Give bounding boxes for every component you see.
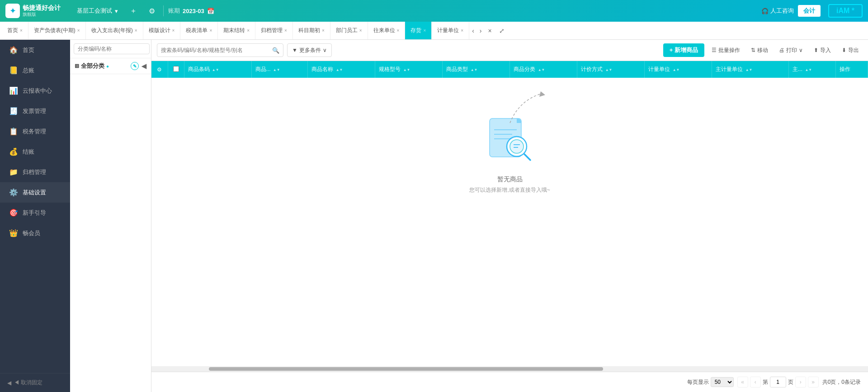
th-barcode[interactable]: 商品条码 ▲▼	[184, 61, 251, 78]
th-category[interactable]: 商品分类 ▲▼	[510, 61, 577, 78]
import-button[interactable]: ⬆ 导入	[810, 43, 835, 57]
th-spec[interactable]: 规格型号 ▲▼	[375, 61, 443, 78]
tab-template[interactable]: 模版设计 ×	[143, 22, 181, 40]
category-edit-icon[interactable]: ✎	[131, 62, 139, 70]
tab-home[interactable]: 首页 ×	[2, 22, 28, 40]
svg-point-7	[510, 140, 524, 153]
sidebar-unpin-button[interactable]: ◀ ◀ 取消固定	[0, 373, 70, 392]
print-icon: 🖨	[779, 47, 784, 53]
sidebar-item-settle[interactable]: 💰 结账	[0, 142, 70, 162]
prev-page-button[interactable]: ‹	[750, 377, 761, 387]
horizontal-scrollbar[interactable]	[151, 366, 868, 372]
tab-home-close-icon[interactable]: ×	[20, 28, 23, 33]
tab-period-close-label: 期末结转	[223, 27, 245, 34]
print-label: 打印	[786, 47, 797, 54]
export-icon: ⬇	[842, 47, 846, 53]
sidebar-item-home-label: 首页	[23, 46, 34, 54]
sidebar-item-home[interactable]: 🏠 首页	[0, 40, 70, 60]
per-page-select[interactable]: 10 20 50 100	[711, 377, 734, 387]
sidebar-item-member[interactable]: 👑 畅会员	[0, 223, 70, 243]
calendar-icon[interactable]: 📅	[207, 8, 214, 14]
tab-partners-close-icon[interactable]: ×	[397, 28, 400, 33]
tab-dept-staff[interactable]: 部门员工 ×	[330, 22, 368, 40]
tab-scroll-left-button[interactable]: ‹	[469, 27, 477, 34]
account-button[interactable]: 会计	[797, 5, 821, 17]
sidebar-item-tax[interactable]: 📋 税务管理	[0, 121, 70, 142]
page-number-input[interactable]	[770, 377, 786, 387]
app-edition: 旗舰版	[23, 11, 61, 18]
add-product-button[interactable]: + 新增商品	[663, 43, 704, 57]
category-search-input[interactable]	[74, 43, 150, 54]
tax-icon: 📋	[9, 127, 18, 136]
total-records-label: 共0页，0条记录	[822, 378, 861, 386]
th-type[interactable]: 商品类型 ▲▼	[443, 61, 510, 78]
th-unit[interactable]: 计量单位 ▲▼	[645, 61, 712, 78]
th-price-method[interactable]: 计价方式 ▲▼	[577, 61, 645, 78]
iam-button[interactable]: iAM *	[828, 4, 863, 18]
tab-inventory-close-icon[interactable]: ×	[423, 28, 426, 33]
batch-action-button[interactable]: ☰ 批量操作	[708, 43, 744, 57]
th-settings[interactable]: ⚙	[151, 61, 168, 78]
tab-income-close-icon[interactable]: ×	[135, 28, 137, 33]
next-page-button[interactable]: ›	[795, 377, 806, 387]
filter-label: 更多条件	[299, 47, 321, 54]
tab-archive[interactable]: 归档管理 ×	[255, 22, 293, 40]
filter-button[interactable]: ▼ 更多条件 ∨	[287, 43, 332, 57]
th-checkbox[interactable]	[168, 61, 184, 78]
tab-archive-close-icon[interactable]: ×	[284, 28, 287, 33]
settings-gear-icon[interactable]: ⚙	[145, 5, 159, 17]
th-name[interactable]: 商品名称 ▲▼	[308, 61, 375, 78]
tab-expand-button[interactable]: ⤢	[495, 27, 508, 34]
th-code[interactable]: 商品... ▲▼	[251, 61, 308, 78]
category-collapse-icon[interactable]: ◀	[142, 62, 146, 70]
add-tab-button[interactable]: ＋	[126, 5, 141, 18]
tab-partners[interactable]: 往来单位 ×	[368, 22, 406, 40]
sidebar-item-settings[interactable]: ⚙️ 基础设置	[0, 182, 70, 203]
tab-tax[interactable]: 税表清单 ×	[180, 22, 218, 40]
tab-period-close[interactable]: 期末结转 ×	[218, 22, 255, 40]
tab-unit-close-icon[interactable]: ×	[461, 28, 463, 33]
tab-inventory[interactable]: 存货 ×	[405, 22, 432, 40]
empty-state: 暂无商品 您可以选择新增,或者直接导入哦~	[151, 78, 868, 230]
move-button[interactable]: ⇅ 移动	[747, 43, 772, 57]
first-page-button[interactable]: «	[737, 377, 748, 387]
print-button[interactable]: 🖨 打印 ∨	[775, 43, 807, 57]
consult-button[interactable]: 🎧 人工咨询	[761, 7, 794, 15]
tab-subject-init-close-icon[interactable]: ×	[322, 28, 325, 33]
tab-unit[interactable]: 计量单位 ×	[432, 22, 469, 40]
category-all-label[interactable]: 全部分类	[81, 62, 104, 70]
product-search-area: 🔍	[157, 43, 283, 57]
tab-dept-staff-close-icon[interactable]: ×	[359, 28, 362, 33]
filter-chevron-icon: ∨	[323, 47, 327, 53]
tab-balance-sheet-close-icon[interactable]: ×	[77, 28, 80, 33]
tab-income[interactable]: 收入支出表(年报) ×	[86, 22, 143, 40]
tab-subject-init[interactable]: 科目期初 ×	[293, 22, 330, 40]
category-search-area: 🔍	[70, 40, 151, 58]
th-main-unit[interactable]: 主计量单位 ▲▼	[712, 61, 789, 78]
sidebar-item-settings-label: 基础设置	[23, 189, 46, 197]
scrollbar-thumb[interactable]	[209, 367, 603, 371]
sidebar-item-archive[interactable]: 📁 归档管理	[0, 162, 70, 182]
tab-balance-sheet[interactable]: 资产负债表(中期) ×	[28, 22, 86, 40]
sidebar-item-invoice[interactable]: 🧾 发票管理	[0, 101, 70, 121]
member-icon: 👑	[9, 229, 18, 237]
sidebar-item-ledger[interactable]: 📒 总账	[0, 60, 70, 80]
sidebar-item-reports[interactable]: 📊 云报表中心	[0, 80, 70, 101]
sidebar-item-guide[interactable]: 🎯 新手引导	[0, 203, 70, 223]
pagination: 每页显示 10 20 50 100 « ‹ 第 页	[151, 372, 868, 392]
select-all-checkbox[interactable]	[173, 66, 179, 72]
export-button[interactable]: ⬇ 导出	[838, 43, 863, 57]
tab-period-close-icon[interactable]: ×	[247, 28, 250, 33]
tab-template-close-icon[interactable]: ×	[172, 28, 175, 33]
export-label: 导出	[848, 47, 859, 54]
tab-close-all-button[interactable]: ×	[484, 27, 495, 34]
th-main-abbr[interactable]: 主... ▲▼	[789, 61, 836, 78]
tab-tax-close-icon[interactable]: ×	[209, 28, 212, 33]
last-page-button[interactable]: »	[808, 377, 819, 387]
category-header: ⊞ 全部分类 ● ✎ ◀	[70, 58, 151, 74]
product-search-icon[interactable]: 🔍	[272, 47, 279, 54]
tab-scroll-right-button[interactable]: ›	[477, 27, 485, 34]
product-search-input[interactable]	[161, 47, 272, 53]
consult-label: 人工咨询	[770, 7, 794, 15]
company-selector[interactable]: 基层工会测试 ▾	[73, 5, 122, 17]
